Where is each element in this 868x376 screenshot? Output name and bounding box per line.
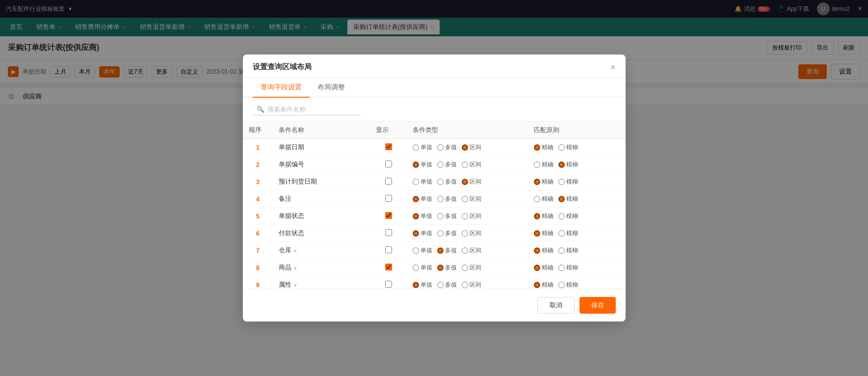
dialog-close-button[interactable]: ×	[610, 63, 616, 72]
search-input-wrap: 🔍	[253, 104, 361, 106]
search-box: 🔍	[243, 98, 626, 106]
modal-overlay: 设置查询区域布局 × 查询字段设置 布局调整 🔍 顺序 条件名称	[0, 0, 868, 106]
dialog-title: 设置查询区域布局	[253, 62, 312, 72]
settings-dialog: 设置查询区域布局 × 查询字段设置 布局调整 🔍 顺序 条件名称	[243, 54, 626, 106]
tab-query-fields[interactable]: 查询字段设置	[253, 78, 310, 98]
dialog-tabs: 查询字段设置 布局调整	[243, 78, 626, 98]
tab-layout[interactable]: 布局调整	[310, 78, 353, 98]
dialog-header: 设置查询区域布局 ×	[243, 54, 626, 78]
